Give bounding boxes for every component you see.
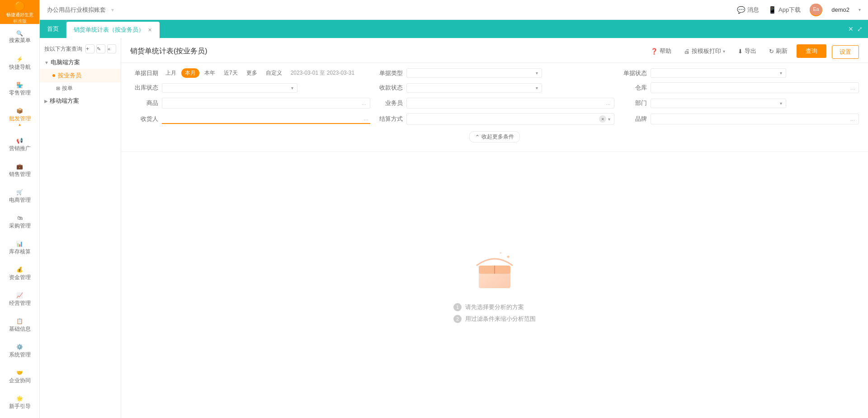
message-label: 消息 <box>747 6 759 14</box>
left-panel-actions: + ✎ « <box>85 44 116 53</box>
filter-payment-cell: 结算方式 × ▾ <box>375 113 615 125</box>
tip1-num: 1 <box>453 303 462 311</box>
warehouse-select[interactable]: ... <box>651 82 859 93</box>
sidebar-item-operations[interactable]: 📈 经营管理 <box>0 287 39 313</box>
sidebar-item-retail[interactable]: 🏪 零售管理 <box>0 76 39 102</box>
tree-desktop-group: ▼ 电脑端方案 按业务员 ⊞ 按单 <box>40 56 121 95</box>
tree-section: ▼ 电脑端方案 按业务员 ⊞ 按单 ▶ 移动端方案 <box>40 56 121 107</box>
user-avatar[interactable] <box>810 4 822 16</box>
tree-subitem-by-order[interactable]: ⊞ 按单 <box>40 82 121 95</box>
staff-select[interactable]: ... <box>406 98 615 109</box>
outbound-dropdown-icon: ▾ <box>291 86 293 90</box>
sidebar-item-marketing[interactable]: 📢 营销推广 <box>0 132 39 158</box>
export-btn[interactable]: ⬇ 导出 <box>734 45 760 57</box>
payment-select[interactable]: × ▾ <box>406 113 615 125</box>
tree-chevron-icon: ▼ <box>44 60 49 65</box>
tree-item-by-staff[interactable]: 按业务员 <box>40 69 121 82</box>
tree-mobile-group: ▶ 移动端方案 <box>40 95 121 107</box>
help-btn[interactable]: ❓ 帮助 <box>647 45 675 57</box>
status-select[interactable]: ▾ <box>651 68 786 78</box>
payment-clear-btn[interactable]: × <box>599 115 606 123</box>
print-dropdown-icon: ▾ <box>723 49 725 54</box>
date-tab-this-month[interactable]: 本月 <box>181 68 199 78</box>
filter-row-3: 商品 ... 业务员 ... 部门 <box>130 98 859 109</box>
date-tab-7days[interactable]: 近7天 <box>220 68 241 78</box>
filter-brand-cell: 品牌 ... <box>619 113 859 125</box>
collapse-btn[interactable]: ⌃ 收起更多条件 <box>469 131 520 142</box>
tab-close-btn[interactable]: ✕ <box>148 27 152 33</box>
app-download-btn[interactable]: 📱 App下载 <box>768 6 801 14</box>
filter-type-cell: 单据类型 ▾ <box>375 68 615 78</box>
date-tab-last-month[interactable]: 上月 <box>162 68 180 78</box>
sidebar-item-ecommerce[interactable]: 🛒 电商管理 <box>0 184 39 209</box>
setting-button[interactable]: 设置 <box>832 45 859 59</box>
brand-label: 品牌 <box>619 115 651 123</box>
refresh-icon: ↻ <box>769 48 774 55</box>
filter-area: 单据日期 上月 本月 本年 近7天 更多 自定义 2023-03-01 至 20… <box>121 63 868 152</box>
consignee-ellipsis: ... <box>364 115 368 122</box>
enterprise-label: 企业协同 <box>2 377 38 385</box>
message-btn[interactable]: 💬 消息 <box>737 6 759 14</box>
dept-select[interactable]: ▾ <box>651 99 786 108</box>
newbie-label: 新手引导 <box>2 403 38 410</box>
sidebar-item-enterprise[interactable]: 🤝 企业协同 <box>0 364 39 390</box>
active-dot-icon <box>52 74 55 77</box>
query-button[interactable]: 查询 <box>797 44 826 58</box>
tab-close-all-btn[interactable]: ✕ <box>848 25 854 33</box>
outbound-select[interactable]: ▾ <box>162 83 297 93</box>
brand-select[interactable]: ... <box>651 114 859 124</box>
collapse-panel-btn[interactable]: « <box>107 44 116 53</box>
content-area: 按以下方案查询 + ✎ « ▼ 电脑端方案 <box>40 38 868 418</box>
warehouse-label: 仓库 <box>619 84 651 92</box>
date-tab-custom[interactable]: 自定义 <box>262 68 286 78</box>
payment-dropdown-icon: ▾ <box>608 117 610 122</box>
export-label: 导出 <box>745 47 756 55</box>
grid-icon: ⊞ <box>56 86 60 91</box>
consignee-input[interactable] <box>164 115 364 122</box>
tabbar-end: ✕ ⤢ <box>848 25 868 33</box>
receipt-select[interactable]: ▾ <box>406 83 542 93</box>
finance-label: 资金管理 <box>2 274 38 281</box>
receipt-dropdown-icon: ▾ <box>536 86 538 90</box>
status-dropdown-icon: ▾ <box>780 71 782 76</box>
tree-subitem-order-label: 按单 <box>62 85 73 92</box>
date-tab-more[interactable]: 更多 <box>243 68 261 78</box>
sidebar-item-inventory[interactable]: 📊 库存核算 <box>0 235 39 261</box>
sidebar-item-app-center[interactable]: 📱 应用中心 <box>0 416 39 418</box>
tree-desktop-label[interactable]: ▼ 电脑端方案 <box>40 56 121 69</box>
tab-expand-btn[interactable]: ⤢ <box>857 25 863 33</box>
sidebar-item-finance[interactable]: 💰 资金管理 <box>0 261 39 287</box>
empty-tip-2: 2 用过滤条件来缩小分析范围 <box>453 315 536 323</box>
empty-tip-1: 1 请先选择要分析的方案 <box>453 303 524 311</box>
tab-sales-stat-label: 销货单统计表（按业务员） <box>74 26 144 34</box>
edit-scheme-btn[interactable]: ✎ <box>96 44 105 53</box>
filter-status-cell: 单据状态 ▾ <box>619 68 859 78</box>
goods-select[interactable]: ... <box>162 98 370 109</box>
breadcrumb-text: 办公用品行业模拟账套 <box>47 6 106 14</box>
type-select[interactable]: ▾ <box>406 68 542 78</box>
left-panel: 按以下方案查询 + ✎ « ▼ 电脑端方案 <box>40 38 121 418</box>
export-icon: ⬇ <box>738 48 743 55</box>
tab-home[interactable]: 首页 <box>40 20 66 38</box>
print-btn[interactable]: 🖨 按模板打印 ▾ <box>680 45 729 57</box>
sidebar-item-purchase[interactable]: 🛍 采购管理 <box>0 209 39 235</box>
topbar: 办公用品行业模拟账套 ▾ 💬 消息 📱 App下载 demo2 ▾ <box>40 0 868 20</box>
sidebar-item-newbie[interactable]: 🌟 新手引导 <box>0 390 39 416</box>
svg-text:✦: ✦ <box>499 251 502 255</box>
sidebar-item-wholesale[interactable]: 📦 批发管理 ▲ <box>0 102 39 132</box>
sidebar-item-system[interactable]: ⚙️ 系统管理 <box>0 338 39 364</box>
sidebar-item-quick-nav[interactable]: ⚡ 快捷导航 <box>0 51 39 76</box>
date-tab-this-year[interactable]: 本年 <box>201 68 219 78</box>
search-menu[interactable]: 🔍 搜索菜单 <box>0 24 39 51</box>
tree-mobile-label[interactable]: ▶ 移动端方案 <box>40 95 121 107</box>
sidebar-item-basic-info[interactable]: 📋 基础信息 <box>0 313 39 338</box>
sidebar-item-sales[interactable]: 💼 销售管理 <box>0 158 39 184</box>
date-filter-controls: 上月 本月 本年 近7天 更多 自定义 2023-03-01 至 2023-03… <box>162 68 370 78</box>
tab-sales-stat[interactable]: 销货单统计表（按业务员） ✕ <box>66 22 160 38</box>
refresh-btn[interactable]: ↻ 刷新 <box>765 45 791 57</box>
add-scheme-btn[interactable]: + <box>85 44 94 53</box>
ecommerce-label: 电商管理 <box>2 196 38 204</box>
user-name: demo2 <box>831 6 849 13</box>
avatar-img <box>810 4 822 16</box>
dept-label: 部门 <box>619 99 651 107</box>
